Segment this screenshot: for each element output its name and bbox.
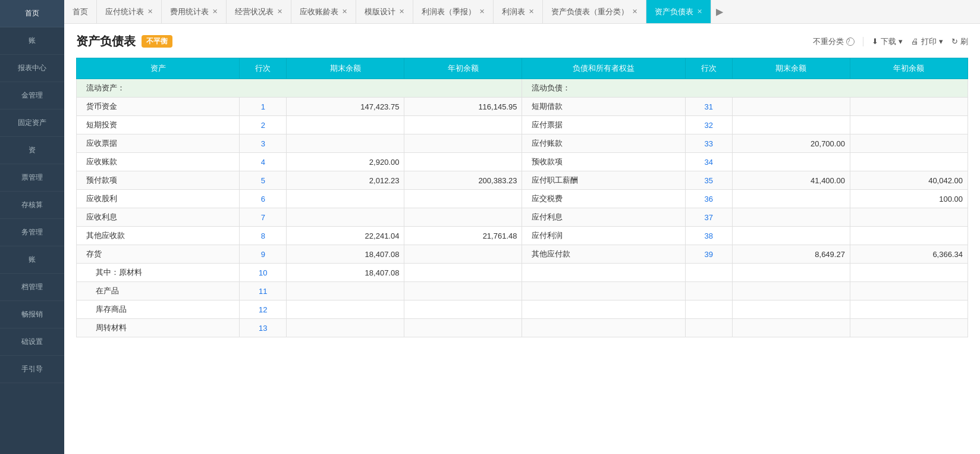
close-icon[interactable]: ✕ (632, 8, 637, 15)
sidebar-item-ledger[interactable]: 账 (0, 246, 64, 274)
end-balance[interactable] (287, 134, 404, 153)
liab-label[interactable] (522, 282, 685, 300)
liab-end-balance[interactable] (732, 300, 850, 319)
asset-label[interactable]: 应收账款 (77, 153, 240, 171)
info-icon[interactable]: ? (846, 37, 855, 46)
liab-end-balance[interactable]: 8,649.27 (732, 245, 850, 264)
sidebar-item-reports[interactable]: 报表中心 (0, 55, 64, 82)
asset-label[interactable]: 其中：原材料 (77, 264, 240, 282)
tab-expense-stats[interactable]: 费用统计表 ✕ (162, 0, 227, 24)
liab-label[interactable] (522, 300, 685, 319)
liab-begin-balance[interactable]: 6,366.34 (850, 245, 968, 264)
liab-begin-balance[interactable] (850, 153, 968, 171)
sidebar-item-capital[interactable]: 资 (0, 137, 64, 164)
close-icon[interactable]: ✕ (529, 8, 534, 15)
liab-end-balance[interactable] (732, 282, 850, 300)
liab-begin-balance[interactable]: 100.00 (850, 190, 968, 208)
liab-label[interactable]: 应付利润 (522, 227, 685, 245)
liab-begin-balance[interactable]: 40,042.00 (850, 171, 968, 190)
liab-end-balance[interactable] (732, 227, 850, 245)
tab-balance[interactable]: 资产负债表 ✕ (646, 0, 711, 24)
begin-balance[interactable] (404, 116, 522, 134)
asset-label[interactable]: 应收票据 (77, 134, 240, 153)
sidebar-item-invoice[interactable]: 票管理 (0, 164, 64, 192)
liab-label[interactable] (522, 319, 685, 337)
asset-label[interactable]: 货币资金 (77, 98, 240, 116)
end-balance[interactable]: 22,241.04 (287, 227, 404, 245)
begin-balance[interactable] (404, 134, 522, 153)
asset-label[interactable]: 预付款项 (77, 171, 240, 190)
liab-begin-balance[interactable] (850, 300, 968, 319)
liab-end-balance[interactable] (732, 153, 850, 171)
liab-begin-balance[interactable] (850, 264, 968, 282)
liab-end-balance[interactable] (732, 98, 850, 116)
tab-home[interactable]: 首页 (64, 0, 97, 24)
sidebar-item-home[interactable]: 首页 (0, 0, 64, 27)
liab-begin-balance[interactable] (850, 98, 968, 116)
liab-label[interactable]: 预收款项 (522, 153, 685, 171)
liab-end-balance[interactable]: 20,700.00 (732, 134, 850, 153)
asset-label[interactable]: 应收利息 (77, 208, 240, 227)
liab-label[interactable]: 应交税费 (522, 190, 685, 208)
tab-template-design[interactable]: 模版设计 ✕ (356, 0, 413, 24)
close-icon[interactable]: ✕ (147, 8, 153, 15)
liab-label[interactable]: 其他应付款 (522, 245, 685, 264)
asset-label[interactable]: 周转材料 (77, 319, 240, 337)
liab-end-balance[interactable] (732, 319, 850, 337)
asset-label[interactable]: 存货 (77, 245, 240, 264)
download-button[interactable]: ⬇ 下载 ▾ (872, 36, 903, 47)
close-icon[interactable]: ✕ (277, 8, 282, 15)
end-balance[interactable] (287, 208, 404, 227)
tab-payable-stats[interactable]: 应付统计表 ✕ (97, 0, 162, 24)
close-icon[interactable]: ✕ (342, 8, 347, 15)
begin-balance[interactable] (404, 319, 522, 337)
sidebar-item-guide[interactable]: 手引导 (0, 356, 64, 383)
begin-balance[interactable] (404, 245, 522, 264)
liab-begin-balance[interactable] (850, 282, 968, 300)
sidebar-item-inventory[interactable]: 存核算 (0, 192, 64, 219)
sidebar-item-account[interactable]: 账 (0, 27, 64, 55)
liab-begin-balance[interactable] (850, 134, 968, 153)
asset-label[interactable]: 库存商品 (77, 300, 240, 319)
liab-end-balance[interactable] (732, 208, 850, 227)
liab-begin-balance[interactable] (850, 227, 968, 245)
close-icon[interactable]: ✕ (697, 8, 702, 15)
begin-balance[interactable]: 200,383.23 (404, 171, 522, 190)
asset-label[interactable]: 短期投资 (77, 116, 240, 134)
liab-label[interactable]: 应付利息 (522, 208, 685, 227)
sidebar-item-settings[interactable]: 础设置 (0, 328, 64, 356)
end-balance[interactable]: 18,407.08 (287, 245, 404, 264)
tab-operations[interactable]: 经营状况表 ✕ (227, 0, 291, 24)
sidebar-item-fund[interactable]: 金管理 (0, 82, 64, 109)
begin-balance[interactable]: 21,761.48 (404, 227, 522, 245)
end-balance[interactable]: 2,920.00 (287, 153, 404, 171)
begin-balance[interactable] (404, 190, 522, 208)
sidebar-item-expense[interactable]: 畅报销 (0, 301, 64, 328)
liab-begin-balance[interactable] (850, 116, 968, 134)
end-balance[interactable]: 18,407.08 (287, 264, 404, 282)
print-button[interactable]: 🖨 打印 ▾ (911, 36, 943, 47)
end-balance[interactable] (287, 300, 404, 319)
liab-label[interactable]: 应付账款 (522, 134, 685, 153)
close-icon[interactable]: ✕ (479, 8, 485, 15)
begin-balance[interactable] (404, 300, 522, 319)
tab-scroll-right[interactable]: ▶ (711, 6, 728, 17)
liab-label[interactable] (522, 264, 685, 282)
sidebar-item-archive[interactable]: 档管理 (0, 274, 64, 301)
liab-label[interactable]: 应付职工薪酬 (522, 171, 685, 190)
tab-profit[interactable]: 利润表 ✕ (494, 0, 543, 24)
refresh-button[interactable]: ↻ 刷 (951, 36, 968, 47)
begin-balance[interactable] (404, 264, 522, 282)
begin-balance[interactable] (404, 208, 522, 227)
end-balance[interactable] (287, 319, 404, 337)
tab-receivable-aging[interactable]: 应收账龄表 ✕ (291, 0, 356, 24)
tab-balance-reclassified[interactable]: 资产负债表（重分类） ✕ (543, 0, 646, 24)
asset-label[interactable]: 应收股利 (77, 190, 240, 208)
end-balance[interactable] (287, 116, 404, 134)
asset-label[interactable]: 其他应收款 (77, 227, 240, 245)
close-icon[interactable]: ✕ (212, 8, 218, 15)
end-balance[interactable] (287, 282, 404, 300)
liab-begin-balance[interactable] (850, 208, 968, 227)
begin-balance[interactable] (404, 282, 522, 300)
end-balance[interactable]: 2,012.23 (287, 171, 404, 190)
